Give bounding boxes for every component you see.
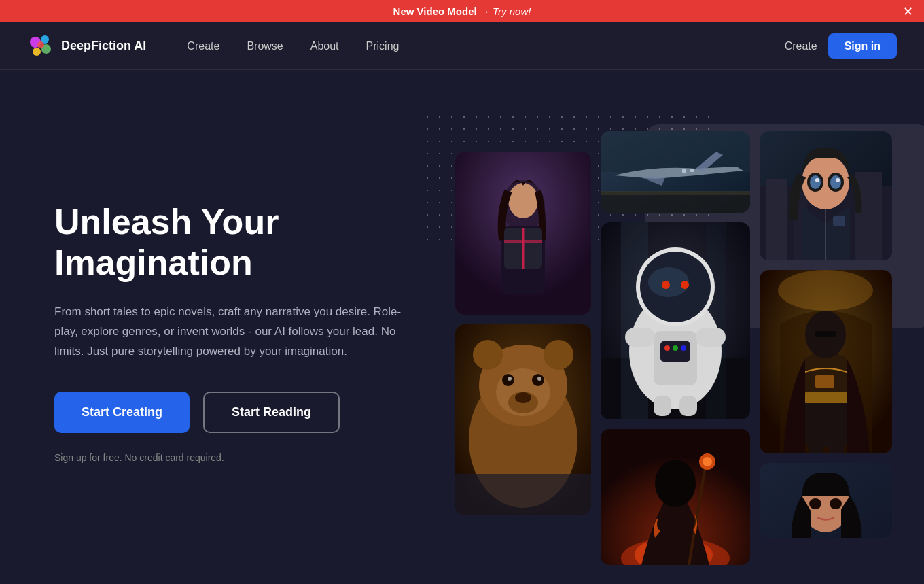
main-content: Unleash Your Imagination From short tale… xyxy=(0,70,924,581)
svg-rect-61 xyxy=(766,179,787,260)
nav-create-action[interactable]: Create xyxy=(785,40,817,52)
svg-rect-75 xyxy=(804,392,849,403)
main-nav: DeepFiction AI Create Browse About Prici… xyxy=(0,22,924,70)
hero-footnote: Sign up for free. No credit card require… xyxy=(54,452,408,463)
nav-links: Create Browse About Pricing xyxy=(173,22,784,70)
svg-rect-26 xyxy=(601,131,750,172)
anime-svg xyxy=(760,131,892,260)
svg-point-85 xyxy=(830,498,842,509)
hero-buttons: Start Creating Start Reading xyxy=(54,392,408,433)
banner-close-button[interactable]: ✕ xyxy=(903,5,913,18)
svg-point-55 xyxy=(655,460,696,507)
svg-point-67 xyxy=(810,175,821,189)
svg-rect-47 xyxy=(696,328,726,347)
image-col-1 xyxy=(455,152,591,565)
villain-svg xyxy=(760,270,892,453)
svg-rect-77 xyxy=(815,331,836,337)
logo-text: DeepFiction AI xyxy=(61,39,146,53)
logo-icon xyxy=(27,33,54,60)
svg-rect-49 xyxy=(679,396,697,416)
svg-rect-79 xyxy=(808,443,823,453)
svg-point-4 xyxy=(37,41,44,48)
hero-description: From short tales to epic novels, craft a… xyxy=(54,303,408,362)
svg-point-58 xyxy=(703,457,712,466)
svg-point-43 xyxy=(664,345,670,351)
image-bear xyxy=(455,324,591,515)
hero-section: Unleash Your Imagination From short tale… xyxy=(0,70,448,581)
svg-point-69 xyxy=(815,178,819,182)
image-woman xyxy=(760,463,892,538)
svg-rect-80 xyxy=(829,443,844,453)
image-dark-mage xyxy=(601,429,750,565)
astronaut-svg xyxy=(601,222,750,419)
nav-browse[interactable]: Browse xyxy=(233,22,296,70)
svg-point-70 xyxy=(836,178,840,182)
dark-mage-svg xyxy=(601,429,750,565)
nav-about[interactable]: About xyxy=(297,22,353,70)
image-astronaut xyxy=(601,222,750,419)
svg-rect-11 xyxy=(504,240,542,243)
nav-actions: Create Sign in xyxy=(785,33,897,59)
svg-point-16 xyxy=(544,340,573,370)
svg-rect-71 xyxy=(833,216,845,226)
signin-button[interactable]: Sign in xyxy=(828,33,897,59)
images-columns xyxy=(448,124,899,565)
image-plane xyxy=(601,131,750,213)
announcement-banner: New Video Model → Try now! ✕ xyxy=(0,0,924,22)
logo-link[interactable]: DeepFiction AI xyxy=(27,33,146,60)
bear-svg xyxy=(455,324,591,515)
banner-main-text: New Video Model xyxy=(393,5,477,17)
svg-point-73 xyxy=(778,270,873,311)
start-reading-button[interactable]: Start Reading xyxy=(203,392,340,433)
svg-rect-27 xyxy=(682,169,686,173)
svg-point-45 xyxy=(681,345,686,351)
image-col-2 xyxy=(601,131,750,565)
image-villain xyxy=(760,270,892,453)
warrior-svg xyxy=(455,152,591,315)
svg-point-23 xyxy=(515,392,531,403)
start-creating-button[interactable]: Start Creating xyxy=(54,392,190,433)
svg-rect-46 xyxy=(625,328,655,347)
plane-svg xyxy=(601,131,750,213)
image-warrior xyxy=(455,152,591,315)
svg-point-68 xyxy=(830,175,841,189)
svg-rect-48 xyxy=(654,396,671,416)
svg-point-21 xyxy=(508,377,512,381)
banner-text: New Video Model → Try now! xyxy=(14,5,910,17)
image-mosaic xyxy=(448,70,924,581)
svg-point-84 xyxy=(809,498,821,509)
woman-svg xyxy=(760,463,892,538)
banner-cta-link[interactable]: Try now! xyxy=(493,5,531,17)
svg-point-22 xyxy=(537,377,541,381)
svg-point-8 xyxy=(508,183,538,218)
svg-point-3 xyxy=(33,48,41,56)
svg-rect-78 xyxy=(815,375,834,388)
hero-title: Unleash Your Imagination xyxy=(54,202,408,284)
nav-pricing[interactable]: Pricing xyxy=(353,22,413,70)
nav-create[interactable]: Create xyxy=(173,22,233,70)
image-anime xyxy=(760,131,892,260)
svg-point-39 xyxy=(662,281,670,289)
svg-point-15 xyxy=(473,340,503,370)
svg-rect-42 xyxy=(660,341,690,362)
image-col-3 xyxy=(760,131,892,565)
svg-rect-30 xyxy=(601,191,750,195)
svg-rect-29 xyxy=(601,192,750,213)
banner-arrow: → xyxy=(480,5,490,17)
svg-rect-24 xyxy=(455,474,591,515)
svg-point-40 xyxy=(681,281,689,289)
svg-rect-28 xyxy=(690,169,694,172)
svg-point-44 xyxy=(673,345,678,351)
